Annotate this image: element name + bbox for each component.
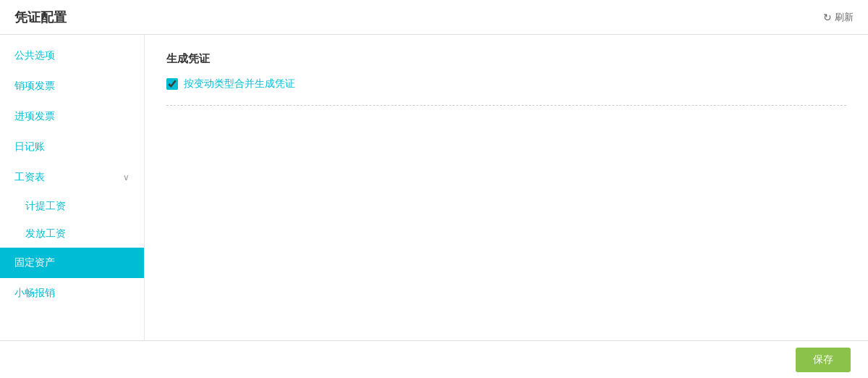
refresh-icon: ↻ (823, 12, 832, 23)
sidebar-item-2[interactable]: 进项发票 (0, 101, 144, 132)
sidebar-item-4[interactable]: 工资表∨ (0, 162, 144, 193)
checkbox-row: 按变动类型合并生成凭证 (166, 77, 846, 91)
sidebar-item-8[interactable]: 小畅报销 (0, 278, 144, 308)
refresh-button[interactable]: ↻ 刷新 (823, 11, 854, 24)
chevron-down-icon: ∨ (123, 172, 129, 182)
page-title: 凭证配置 (14, 9, 67, 26)
sidebar-item-3[interactable]: 日记账 (0, 132, 144, 162)
refresh-label: 刷新 (835, 11, 854, 24)
sidebar-item-7[interactable]: 固定资产 (0, 248, 144, 278)
main-content: 生成凭证 按变动类型合并生成凭证 (145, 35, 868, 340)
body-area: 公共选项销项发票进项发票日记账工资表∨计提工资发放工资固定资产小畅报销 生成凭证… (0, 35, 868, 340)
page-footer: 保存 (0, 340, 868, 378)
sidebar-item-1[interactable]: 销项发票 (0, 71, 144, 101)
sidebar-sub-item-6[interactable]: 发放工资 (0, 220, 144, 248)
sidebar-sub-item-5[interactable]: 计提工资 (0, 193, 144, 220)
sidebar-item-label-2: 进项发票 (14, 110, 55, 123)
merge-checkbox-label[interactable]: 按变动类型合并生成凭证 (184, 77, 295, 91)
save-button[interactable]: 保存 (796, 348, 851, 372)
section-divider (166, 105, 846, 106)
sidebar-item-label-4: 工资表 (14, 171, 45, 184)
sidebar-item-label-1: 销项发票 (14, 80, 55, 93)
section-title: 生成凭证 (166, 52, 846, 66)
sidebar-item-label-0: 公共选项 (14, 49, 55, 62)
sidebar: 公共选项销项发票进项发票日记账工资表∨计提工资发放工资固定资产小畅报销 (0, 35, 145, 340)
page-header: 凭证配置 ↻ 刷新 (0, 0, 868, 35)
sidebar-item-0[interactable]: 公共选项 (0, 41, 144, 71)
sidebar-item-label-8: 小畅报销 (14, 287, 55, 300)
sidebar-item-label-3: 日记账 (14, 140, 45, 154)
merge-checkbox[interactable] (166, 78, 178, 90)
sidebar-item-label-7: 固定资产 (14, 256, 55, 269)
